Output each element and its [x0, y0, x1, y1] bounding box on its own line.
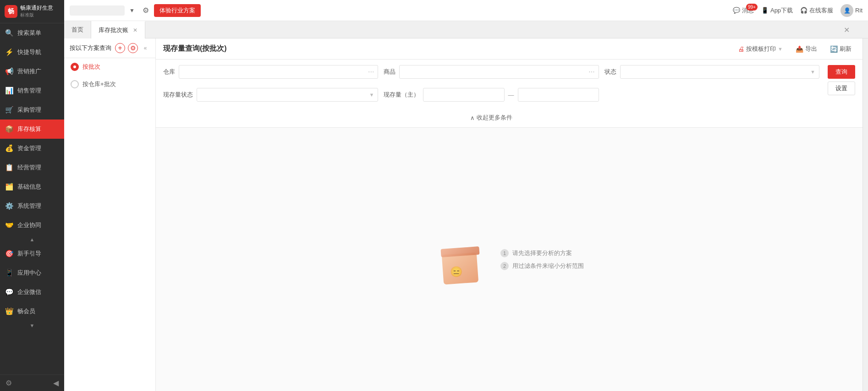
collapse-more-btn[interactable]: ∧ 收起更多条件 [163, 111, 819, 122]
sidebar-nav: 🔍 搜索菜单 ⚡ 快捷导航 📢 营销推广 📊 销售管理 🛒 采购管理 📦 库存核… [0, 23, 64, 375]
sidebar-item-enterprise[interactable]: 🤝 企业协同 [0, 216, 64, 235]
stock-qty-label: 现存量（主） [384, 91, 419, 99]
export-btn[interactable]: 📤 导出 [792, 43, 821, 55]
sidebar-item-sales[interactable]: 📊 销售管理 [0, 81, 64, 100]
plan-active-dot [71, 63, 79, 71]
sidebar-item-label: 快捷导航 [17, 48, 41, 56]
sidebar-scroll-down[interactable]: ▼ [0, 321, 64, 330]
shortcut-icon: ⚡ [5, 48, 14, 57]
warehouse-more-icon[interactable]: ··· [368, 68, 374, 76]
inventory-icon: 📦 [5, 125, 14, 134]
enterprise-icon: 🤝 [5, 221, 14, 230]
filter-warehouse: 仓库 ··· [163, 65, 378, 79]
settings-button[interactable]: 设置 [828, 81, 855, 95]
stock-status-label: 现存量状态 [163, 91, 193, 99]
topbar-gear-icon[interactable]: ⚙ [139, 4, 152, 17]
tab-inventory-batch[interactable]: 库存批次账 ✕ [91, 21, 145, 38]
tab-home[interactable]: 首页 [64, 21, 91, 38]
range-dash: — [508, 92, 514, 98]
print-btn[interactable]: 🖨 按模板打印 ▼ [734, 43, 786, 55]
export-label: 导出 [805, 45, 817, 53]
plan-label: 按批次 [82, 63, 100, 71]
tabbar: 首页 库存批次账 ✕ ✕ [64, 21, 868, 38]
topbar-search-input[interactable] [70, 5, 125, 16]
sidebar-item-label: 库存核算 [17, 125, 41, 133]
experience-btn[interactable]: 体验行业方案 [154, 4, 201, 17]
message-btn[interactable]: 💬 消息 99+ [733, 6, 754, 15]
sidebar-item-marketing[interactable]: 📢 营销推广 [0, 62, 64, 81]
warehouse-input[interactable] [183, 69, 366, 76]
members-icon: 👑 [5, 307, 14, 316]
sidebar-item-search[interactable]: 🔍 搜索菜单 [0, 23, 64, 43]
finance-icon: 💰 [5, 144, 14, 153]
sidebar-item-newbie[interactable]: 🎯 新手引导 [0, 244, 64, 263]
add-plan-btn[interactable]: + [115, 43, 125, 53]
product-more-icon[interactable]: ··· [588, 68, 594, 76]
user-profile-btn[interactable]: 👤 Rit [841, 4, 863, 17]
stock-status-select[interactable]: ▼ [197, 88, 378, 102]
product-label: 商品 [384, 68, 396, 76]
marketing-icon: 📢 [5, 67, 14, 76]
wechat-icon: 💬 [5, 288, 14, 297]
settings-icon[interactable]: ⚙ [5, 379, 12, 387]
refresh-btn[interactable]: 🔄 刷新 [826, 43, 855, 55]
sidebar-item-inventory[interactable]: 📦 库存核算 [0, 119, 64, 139]
stock-qty-range-to[interactable] [518, 88, 599, 102]
app-download-btn[interactable]: 📱 App下载 [761, 6, 793, 15]
service-btn[interactable]: 🎧 在线客服 [800, 6, 833, 15]
topbar-right: 💬 消息 99+ 📱 App下载 🎧 在线客服 👤 Rit [733, 4, 863, 17]
print-dropdown-icon[interactable]: ▼ [778, 46, 783, 52]
stock-qty-range-from[interactable] [423, 88, 504, 102]
tab-close-icon[interactable]: ✕ [133, 27, 137, 33]
stock-qty-to-input[interactable] [523, 92, 550, 98]
purchase-icon: 🛒 [5, 105, 14, 114]
topbar: ▼ ⚙ 体验行业方案 💬 消息 99+ 📱 App下载 🎧 在线客服 👤 Rit [64, 0, 868, 21]
collapse-sidebar-icon[interactable]: ◀ [53, 379, 59, 387]
page-header: 现存量查询(按批次) 🖨 按模板打印 ▼ 📤 导出 🔄 刷新 [156, 38, 863, 60]
empty-illustration: 😑 [434, 232, 489, 287]
sidebar-item-finance[interactable]: 💰 资金管理 [0, 139, 64, 158]
sidebar-item-operations[interactable]: 📋 经营管理 [0, 158, 64, 177]
topbar-breadcrumb: ▼ ⚙ 体验行业方案 [70, 4, 729, 17]
sidebar-item-label: 基础信息 [17, 183, 41, 191]
filter-row-1: 仓库 ··· 商品 ··· [163, 65, 819, 79]
tip-num-2: 2 [500, 262, 509, 270]
sidebar-item-label: 营销推广 [17, 67, 41, 76]
plan-item-warehouse-batch[interactable]: 按仓库+批次 [64, 76, 155, 93]
empty-tip-2: 2 用过滤条件来缩小分析范围 [500, 262, 584, 270]
main-content: 现存量查询(按批次) 🖨 按模板打印 ▼ 📤 导出 🔄 刷新 [156, 38, 863, 391]
warehouse-input-wrap[interactable]: ··· [179, 65, 378, 79]
newbie-icon: 🎯 [5, 249, 14, 258]
sidebar-edition: 标准版 [20, 12, 60, 18]
topbar-dropdown-icon[interactable]: ▼ [126, 5, 137, 16]
tabbar-close-btn[interactable]: ✕ [844, 25, 850, 34]
collapse-panel-btn[interactable]: « [141, 43, 150, 53]
sidebar-item-basic[interactable]: 🗂️ 基础信息 [0, 177, 64, 196]
sidebar-item-label: 畅会员 [17, 307, 35, 315]
sidebar-item-system[interactable]: ⚙️ 系统管理 [0, 196, 64, 216]
sidebar-item-label: 系统管理 [17, 202, 41, 210]
sidebar-item-shortcut[interactable]: ⚡ 快捷导航 [0, 43, 64, 62]
sidebar-item-wechat[interactable]: 💬 企业微信 [0, 282, 64, 302]
sidebar-item-label: 搜索菜单 [17, 29, 41, 37]
sidebar-item-label: 新手引导 [17, 250, 41, 258]
product-input-wrap[interactable]: ··· [399, 65, 599, 79]
right-scrollbar[interactable] [863, 38, 868, 391]
sidebar-scroll-up[interactable]: ▲ [0, 235, 64, 244]
tip-text-2: 用过滤条件来缩小分析范围 [512, 262, 584, 270]
sidebar-item-members[interactable]: 👑 畅会员 [0, 302, 64, 321]
plan-item-batch[interactable]: 按批次 [64, 58, 155, 76]
service-icon: 🎧 [800, 7, 808, 14]
product-input[interactable] [403, 69, 587, 76]
empty-tip-1: 1 请先选择要分析的方案 [500, 249, 584, 257]
sidebar-item-purchase[interactable]: 🛒 采购管理 [0, 100, 64, 119]
left-panel: 按以下方案查询 + ⚙ « 按批次 按仓库+批次 [64, 38, 156, 391]
status-select[interactable]: ▼ [620, 65, 819, 79]
sidebar-item-label: 销售管理 [17, 87, 41, 95]
tab-inventory-batch-label: 库存批次账 [99, 26, 128, 34]
plan-settings-btn[interactable]: ⚙ [128, 43, 138, 53]
stock-qty-from-input[interactable] [428, 92, 456, 98]
export-icon: 📤 [796, 45, 803, 53]
query-button[interactable]: 查询 [828, 65, 855, 79]
sidebar-item-apps[interactable]: 📱 应用中心 [0, 263, 64, 282]
